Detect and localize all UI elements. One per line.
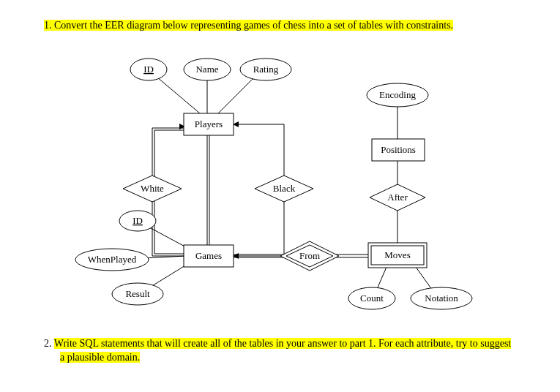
rel-after: After (387, 192, 408, 203)
eer-diagram: ID Name Rating Encoding ID WhenPlayed Re… (61, 44, 500, 322)
rel-black: Black (272, 183, 295, 194)
attr-when-played: WhenPlayed (87, 254, 136, 265)
question-1-number: 1. (44, 20, 52, 31)
attr-player-id: ID (143, 64, 154, 75)
attr-player-rating: Rating (253, 64, 278, 75)
entity-players: Players (194, 118, 222, 129)
question-1: 1. Convert the EER diagram below represe… (44, 18, 516, 33)
question-2: 2. Write SQL statements that will create… (44, 336, 516, 365)
attr-result: Result (125, 288, 150, 299)
rel-from: From (299, 250, 319, 261)
entity-positions: Positions (381, 144, 416, 155)
attr-player-name: Name (195, 64, 218, 75)
question-2-number: 2. (44, 338, 52, 349)
svg-line-0 (152, 73, 200, 113)
question-1-highlight: 1. Convert the EER diagram below represe… (44, 20, 453, 31)
entity-games: Games (195, 250, 221, 261)
rel-white: White (141, 183, 164, 194)
attr-game-id: ID (132, 215, 143, 226)
attr-encoding: Encoding (379, 89, 416, 100)
diagram-svg: ID Name Rating Encoding ID WhenPlayed Re… (61, 44, 500, 322)
entity-moves: Moves (384, 249, 410, 260)
attr-count: Count (360, 293, 384, 304)
attr-notation: Notation (425, 293, 458, 304)
question-1-text: Convert the EER diagram below representi… (54, 20, 453, 31)
question-2-text: Write SQL statements that will create al… (54, 338, 511, 363)
